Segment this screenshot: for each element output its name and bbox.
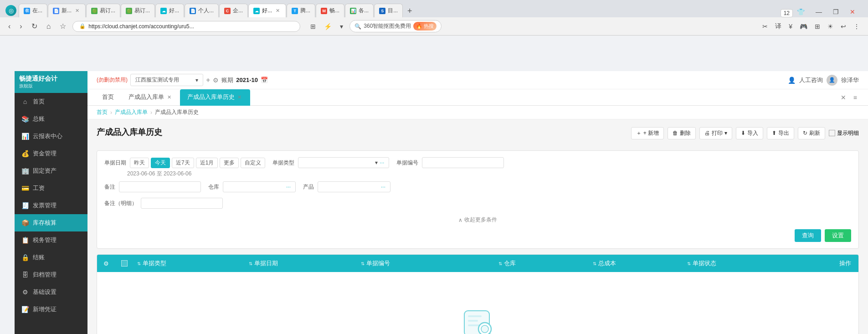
back-button[interactable]: ‹ bbox=[5, 21, 13, 32]
product-select[interactable]: ··· bbox=[318, 181, 390, 192]
undo-icon[interactable]: ↩ bbox=[838, 21, 849, 32]
nav-item-close[interactable]: 🔒 结账 bbox=[15, 249, 87, 266]
th-warehouse[interactable]: ⇅ 仓库 bbox=[495, 255, 589, 272]
nav-item-report[interactable]: 📊 云报表中心 bbox=[15, 128, 87, 145]
new-tab-button[interactable]: + bbox=[403, 5, 416, 17]
th-bill-type[interactable]: ⇅ 单据类型 bbox=[134, 255, 245, 272]
nav-item-ledger[interactable]: 📚 总账 bbox=[15, 110, 87, 128]
layout-icon[interactable]: ⊞ bbox=[812, 21, 823, 32]
address-input[interactable]: 🔒 https://cloud.chanjet.com/accounting/u… bbox=[72, 21, 300, 32]
nav-item-funds[interactable]: 💰 资金管理 bbox=[15, 145, 87, 162]
browser-tab-11[interactable]: 📊 各... bbox=[345, 4, 374, 17]
browser-tab-7[interactable]: C 企... bbox=[219, 4, 248, 17]
search-box[interactable]: 🔍 360智能抠图免费用 🔥 热搜 bbox=[349, 20, 442, 32]
delete-button[interactable]: 🗑 删除 bbox=[668, 127, 696, 139]
browser-tab-12[interactable]: S 目... bbox=[374, 4, 403, 17]
warehouse-select[interactable]: ··· bbox=[223, 181, 296, 192]
query-button[interactable]: 查询 bbox=[795, 229, 821, 242]
export-button[interactable]: ⬆ 导出 bbox=[767, 127, 794, 139]
tab-close-8[interactable]: ✕ bbox=[274, 7, 281, 14]
browser-tab-9[interactable]: T 腾... bbox=[287, 4, 315, 17]
nav-item-inventory[interactable]: 📦 库存核算 bbox=[15, 214, 87, 231]
nav-item-basic[interactable]: ⚙ 基础设置 bbox=[15, 283, 87, 301]
close-button[interactable]: ✕ bbox=[846, 6, 859, 17]
company-selector[interactable]: 江西服宝测试专用 ▾ bbox=[130, 74, 203, 86]
refresh-button[interactable]: ↻ bbox=[29, 20, 40, 32]
brand-sub: 旗舰版 bbox=[19, 83, 83, 89]
minimize-button[interactable]: — bbox=[812, 6, 826, 17]
scissors-icon[interactable]: ✂ bbox=[760, 21, 770, 32]
settings-gear-icon[interactable]: ⚙ bbox=[213, 77, 219, 84]
date-more-btn[interactable]: 更多 bbox=[220, 158, 239, 168]
bookmark-button[interactable]: ☆ bbox=[57, 20, 69, 32]
home-button[interactable]: ⌂ bbox=[44, 21, 54, 32]
date-today-btn[interactable]: 今天 bbox=[151, 158, 170, 168]
browser-tab-3[interactable]: 🟢 易订... bbox=[86, 4, 120, 17]
content-tab-history-close[interactable]: ✕ bbox=[236, 94, 243, 100]
content-tab-list[interactable]: 产成品入库单 ✕ bbox=[121, 89, 180, 106]
refresh-toolbar-button[interactable]: ↻ 刷新 bbox=[798, 127, 825, 139]
th-total-cost[interactable]: ⇅ 总成本 bbox=[589, 255, 683, 272]
check-all-checkbox[interactable] bbox=[121, 260, 128, 267]
browser-tab-4[interactable]: 🟢 易订... bbox=[121, 4, 155, 17]
th-gear[interactable]: ⚙ bbox=[97, 256, 115, 272]
nav-item-newbill[interactable]: 📝 新增凭证 bbox=[15, 301, 87, 318]
date-1month-btn[interactable]: 近1月 bbox=[196, 158, 218, 168]
th-bill-date[interactable]: ⇅ 单据日期 bbox=[245, 255, 357, 272]
content-area-more[interactable]: ≡ bbox=[850, 92, 861, 103]
date-7days-btn[interactable]: 近7天 bbox=[172, 158, 194, 168]
display-checkbox[interactable] bbox=[829, 130, 835, 136]
th-bill-number[interactable]: ⇅ 单据编号 bbox=[357, 255, 495, 272]
forward-button[interactable]: › bbox=[17, 21, 25, 32]
browser-tab-6[interactable]: 📄 个人... bbox=[185, 4, 219, 17]
th-bill-status[interactable]: ⇅ 单据状态 bbox=[683, 255, 795, 272]
theme-icon[interactable]: ☀ bbox=[825, 21, 836, 32]
game-icon[interactable]: 🎮 bbox=[797, 21, 810, 32]
browser-tab-10[interactable]: M 畅... bbox=[316, 4, 344, 17]
add-button[interactable]: ＋ + 新增 bbox=[631, 127, 664, 139]
date-custom-btn[interactable]: 自定义 bbox=[241, 158, 265, 168]
content-tab-history[interactable]: 产成品入库单历史 ✕ bbox=[180, 89, 251, 106]
table-header: ⚙ ⇅ 单据类型 ⇅ 单据日期 ⇅ 单据编号 bbox=[97, 255, 858, 272]
collapse-conditions-btn[interactable]: ∧ 收起更多条件 bbox=[104, 214, 851, 226]
remark-detail-input[interactable] bbox=[141, 198, 223, 209]
nav-item-home[interactable]: ⌂ 首页 bbox=[15, 93, 87, 110]
browser-tab-8[interactable]: ☁ 好... ✕ bbox=[248, 4, 286, 17]
import-button[interactable]: ⬇ 导入 bbox=[736, 127, 763, 139]
remark-input[interactable] bbox=[119, 181, 201, 192]
breadcrumb-list[interactable]: 产成品入库单 bbox=[115, 108, 148, 116]
content-tab-home[interactable]: 首页 bbox=[95, 89, 121, 106]
yuan-icon[interactable]: ¥ bbox=[786, 21, 795, 32]
translate-icon[interactable]: 译 bbox=[772, 21, 784, 32]
bill-type-select[interactable]: ▾ ··· bbox=[298, 157, 389, 168]
th-check[interactable] bbox=[115, 256, 134, 271]
content-area-close[interactable]: ✕ bbox=[837, 92, 850, 103]
human-service-text[interactable]: 人工咨询 bbox=[799, 76, 823, 84]
nav-item-fixed[interactable]: 🏢 固定资产 bbox=[15, 162, 87, 180]
bill-number-input[interactable] bbox=[422, 157, 504, 168]
date-yesterday-btn[interactable]: 昨天 bbox=[130, 158, 149, 168]
browser-tab-5[interactable]: ☁ 好... bbox=[155, 4, 184, 17]
tab-bar: ◎ 在 在... 📄 新... ✕ 🟢 易订... 🟢 易订... ☁ 好...… bbox=[0, 0, 868, 17]
settings-button[interactable]: 设置 bbox=[825, 229, 851, 242]
home-nav-icon: ⌂ bbox=[21, 98, 29, 105]
display-toggle[interactable]: 显示明细 bbox=[829, 129, 859, 137]
nav-item-salary[interactable]: 💳 工资 bbox=[15, 180, 87, 197]
dropdown-icon[interactable]: ▾ bbox=[337, 21, 346, 32]
add-company-button[interactable]: + bbox=[206, 76, 210, 84]
browser-tab-2[interactable]: 📄 新... ✕ bbox=[48, 4, 86, 17]
grid-icon[interactable]: ⊞ bbox=[308, 21, 318, 32]
lightning-icon[interactable]: ⚡ bbox=[321, 21, 334, 32]
tab-close-2[interactable]: ✕ bbox=[74, 7, 81, 14]
browser-tab-1[interactable]: 在 在... bbox=[19, 4, 47, 17]
calendar-icon[interactable]: 📅 bbox=[261, 77, 268, 83]
maximize-button[interactable]: ❐ bbox=[829, 6, 842, 17]
breadcrumb-home[interactable]: 首页 bbox=[97, 108, 108, 116]
nav-item-tax[interactable]: 📋 税务管理 bbox=[15, 231, 87, 249]
print-button[interactable]: 🖨 打印 ▾ bbox=[699, 127, 732, 139]
content-tab-list-close[interactable]: ✕ bbox=[166, 94, 173, 100]
nav-item-archive[interactable]: 🗄 归档管理 bbox=[15, 266, 87, 283]
shirt-icon[interactable]: 👕 bbox=[793, 6, 808, 17]
nav-item-invoice[interactable]: 🧾 发票管理 bbox=[15, 197, 87, 214]
more-icon[interactable]: ⋮ bbox=[851, 21, 863, 32]
